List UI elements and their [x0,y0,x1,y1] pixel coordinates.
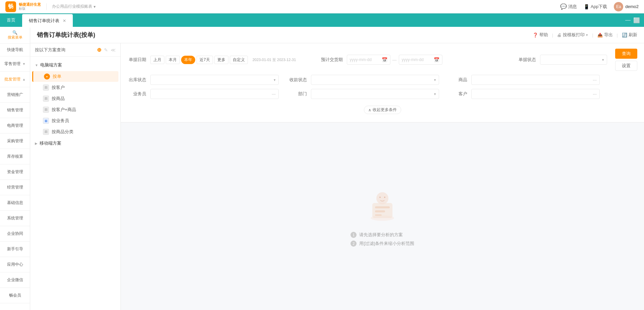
date-btn-this-month[interactable]: 本月 [166,56,180,64]
ship-status-select[interactable]: ▾ [150,75,279,85]
date-btn-this-year[interactable]: 本年 [181,56,195,64]
payment-status-label: 收款状态 [288,77,307,83]
department-label: 部门 [288,91,307,97]
salesman-more-icon[interactable]: ··· [272,91,276,97]
sidebar-search[interactable]: 🔍 搜索菜单 [0,27,30,44]
order-status-select[interactable]: ▾ [540,55,607,65]
top-bar-left: 畅 畅捷通好生意 标版 办公用品行业模拟账表 ▾ [5,1,96,12]
page-actions: ❓ 帮助 | 🖨 按模板打印 ▾ | 📤 导出 | 🔄 刷新 [533,32,637,38]
sidebar-item-wechat[interactable]: 企业微信 [0,272,30,288]
filter-row-2: 出库状态 ▾ 收款状态 ▾ 商品 ··· [127,75,637,85]
user-area[interactable]: Ea demo2 [614,2,639,11]
svg-point-5 [376,192,388,204]
tree-item-by-cust-prod[interactable]: 田 按客户+商品 [32,104,118,115]
tree-item-by-salesman[interactable]: ▦ 按业务员 [32,115,118,126]
product-more-icon[interactable]: ··· [593,77,597,83]
sidebar-item-newbie[interactable]: 新手引导 [0,242,30,257]
customer-label: 客户 [448,91,467,97]
date-range-display: 2023-01-01 至 2023-12-31 [253,57,296,62]
date-quick-btns: 上月 本月 本年 近7天 更多 自定义 [150,56,248,64]
collapse-button[interactable]: ∧ 收起更多条件 [364,106,401,114]
date-btn-last-7[interactable]: 近7天 [197,56,213,64]
download-icon: 📱 [584,4,589,9]
edit-scheme-icon[interactable]: ✎ [104,47,108,53]
by-order-icon: ● [44,73,50,80]
content-area: 销售订单统计表(按单) ❓ 帮助 | 🖨 按模板打印 ▾ | 📤 导出 | [30,27,644,310]
app-download-button[interactable]: 📱 App下载 [584,4,607,10]
sidebar-quick-nav[interactable]: 快捷导航 [0,44,30,56]
app-title-cn: 畅捷通好生意 [19,2,41,7]
window-controls: — ⬜ [625,17,644,23]
by-salesman-icon: ▦ [43,118,49,124]
svg-point-6 [379,197,381,198]
tab-sales-stats[interactable]: 销售订单统计表 ✕ [22,14,73,28]
date-btn-last-month[interactable]: 上月 [150,56,164,64]
sidebar-item-finance[interactable]: 资金管理 [0,164,30,180]
top-bar: 畅 畅捷通好生意 标版 办公用品行业模拟账表 ▾ 💬 消息 📱 App下载 Ea… [0,0,644,13]
sidebar-item-purchase[interactable]: 采购管理 [0,134,30,149]
customer-more-icon[interactable]: ··· [593,91,597,97]
tree-pc-section[interactable]: ▼ 电脑端方案 [30,59,120,71]
empty-tip-1: 1 请先选择要分析的方案 [351,232,414,238]
sidebar-item-system[interactable]: 系统管理 [0,211,30,226]
tree-item-by-product[interactable]: 田 按商品 [32,93,118,104]
sidebar-item-ecommerce[interactable]: 电商管理 [0,118,30,134]
salesman-input[interactable]: ··· [150,89,279,99]
page-header: 销售订单统计表(按单) ❓ 帮助 | 🖨 按模板打印 ▾ | 📤 导出 | [30,27,644,43]
sidebar-item-corp[interactable]: 企业协同 [0,226,30,242]
sidebar-item-appstore[interactable]: 应用中心 [0,257,30,272]
sidebar-item-inventory[interactable]: 库存核算 [0,149,30,164]
sidebar-item-sales[interactable]: 销售管理 [0,103,30,118]
tree-item-by-order[interactable]: ● 按单 [32,71,118,82]
sidebar-item-marketing[interactable]: 营销推广 [0,87,30,103]
filter-row-1: 单据日期 上月 本月 本年 近7天 更多 自定义 2023- [127,49,637,71]
window-maximize-icon[interactable]: ⬜ [633,17,640,23]
expected-date-start-input[interactable]: yyyy-mm-dd 📅 [347,55,390,65]
sidebar-item-wholesale[interactable]: 批发管理 ▲ [0,72,30,87]
sidebar-item-retail[interactable]: 零售管理 ▼ [0,56,30,72]
date-btn-more[interactable]: 更多 [214,56,228,64]
export-button[interactable]: 📤 导出 [597,32,613,38]
sidebar-item-operations[interactable]: 经营管理 [0,180,30,195]
product-input[interactable]: ··· [471,75,600,85]
tree-item-by-category[interactable]: 田 按商品分类 [32,126,118,137]
app-subtitle: 办公用品行业模拟账表 ▾ [52,4,96,9]
tree-item-by-customer[interactable]: 田 按客户 [32,82,118,93]
query-button[interactable]: 查询 [615,49,637,59]
payment-status-select[interactable]: ▾ [311,75,439,85]
calendar-end-icon[interactable]: 📅 [434,57,439,62]
order-status-arrow-icon: ▾ [602,58,604,62]
sidebar-item-basic[interactable]: 基础信息 [0,195,30,211]
left-panel-title: 按以下方案查询 [35,47,65,53]
refresh-button[interactable]: 🔄 刷新 [622,32,637,38]
print-arrow-icon: ▾ [586,33,588,37]
add-scheme-icon[interactable]: ⊕ [97,47,101,53]
app-logo: 畅 [5,1,16,12]
message-button[interactable]: 💬 消息 [560,3,577,10]
window-minimize-icon[interactable]: — [625,17,631,23]
department-select[interactable]: ▾ [311,89,439,99]
avatar: Ea [614,2,623,11]
help-icon: ❓ [533,33,538,38]
export-icon: 📤 [597,33,603,38]
ship-status-arrow-icon: ▾ [274,78,276,82]
tab-home[interactable]: 首页 [0,13,22,27]
empty-area: 1 请先选择要分析的方案 2 用[过滤]条件来缩小分析范围 [121,122,644,310]
expected-date-end-input[interactable]: yyyy-mm-dd 📅 [399,55,442,65]
settings-button[interactable]: 设置 [615,61,637,71]
sidebar-item-member[interactable]: 畅会员 [0,288,30,303]
help-button[interactable]: ❓ 帮助 [533,32,548,38]
empty-tips: 1 请先选择要分析的方案 2 用[过滤]条件来缩小分析范围 [351,232,414,247]
dropdown-arrow-icon[interactable]: ▾ [94,4,96,9]
calendar-start-icon[interactable]: 📅 [382,57,387,62]
customer-input[interactable]: ··· [471,89,600,99]
tab-close-icon[interactable]: ✕ [63,18,66,23]
tree-pc-label: 电脑端方案 [40,62,62,68]
collapse-panel-icon[interactable]: ≪ [111,47,116,53]
tab-bar: 首页 销售订单统计表 ✕ — ⬜ [0,13,644,27]
print-button[interactable]: 🖨 按模板打印 ▾ [557,32,588,38]
date-btn-custom[interactable]: 自定义 [230,56,248,64]
tree-expand-icon: ▼ [35,63,38,67]
svg-rect-2 [375,206,390,208]
tree-mobile-section[interactable]: ▶ 移动端方案 [30,138,120,149]
